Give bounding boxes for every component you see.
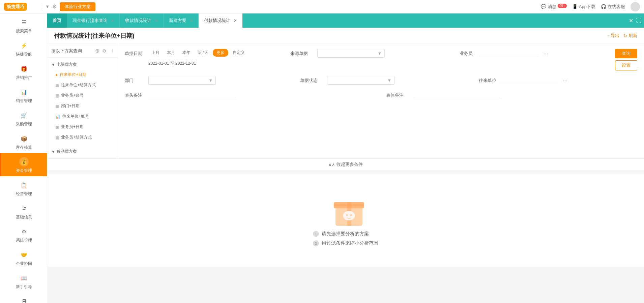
filter-panel: 按以下方案查询 ⊕ ⚙ 《 ▼ 电脑端方案 ● 往来单位+日期 ▦ 往来单位+结… [47,44,644,158]
collapse-more-button[interactable]: ∧∧ 收起更多条件 [47,158,644,170]
hint-text-2: 用过滤条件来缩小分析范围 [322,240,378,246]
sidebar-item-cooperation[interactable]: 🤝 企业协同 [0,246,47,269]
top-bar-right: 💬 消息 99+ 📱 App下载 🎧 在线客服 [541,2,640,11]
related-unit-content: … [499,76,637,83]
scheme-item-icon-0-4: 📊 [55,114,60,119]
nav-tab-4[interactable]: 付款情况统计✕ [199,13,242,28]
tab-close-1[interactable]: ✕ [111,19,114,23]
download-icon: 📱 [572,4,578,9]
related-unit-input[interactable] [499,76,558,83]
sidebar-label-quick-nav: 快捷导航 [16,52,32,57]
date-btn-more[interactable]: 更多 [213,49,228,57]
section-arrow-1: ▼ [51,149,55,154]
sidebar-item-sales[interactable]: 📊 销售管理 [0,83,47,107]
online-service-item[interactable]: 🎧 在线客服 [601,4,625,10]
sidebar-item-search[interactable]: ☰ 搜索菜单 [0,13,47,37]
scheme-section-title-0[interactable]: ▼ 电脑端方案 [47,60,118,69]
section-divider [47,170,644,173]
department-select[interactable]: ▼ [148,76,216,85]
svg-point-4 [343,211,355,220]
messages-item[interactable]: 💬 消息 99+ [541,4,567,10]
scheme-item-0-2[interactable]: ▦ 业务员+账号 [47,90,118,101]
date-btn-this-year[interactable]: 本年 [179,49,194,57]
salesperson-input[interactable] [480,49,539,56]
operations-icon: 📋 [19,180,29,190]
marketing-icon: 🎁 [19,64,29,73]
empty-hint-1: 1 请先选择要分析的方案 [313,231,378,237]
sidebar-item-hardware[interactable]: 🖥 智能硬件 [0,293,47,303]
scheme-item-icon-0-2: ▦ [55,93,59,98]
scheme-item-label-0-3: 部门+日期 [61,103,80,109]
sidebar-label-operations: 经营管理 [16,191,32,197]
sidebar-item-inventory[interactable]: 📦 库存核算 [0,130,47,153]
sidebar-item-guide[interactable]: 📖 新手引导 [0,269,47,293]
source-bill-select[interactable]: ▼ [317,49,385,58]
tab-close-2[interactable]: ✕ [155,19,158,23]
scheme-settings-icon[interactable]: ⚙ [102,48,107,54]
related-unit-dots[interactable]: … [562,77,568,83]
scheme-item-0-6[interactable]: ▦ 业务员+结算方式 [47,132,118,143]
scheme-header-icons: ⊕ ⚙ 《 [95,48,114,54]
table-body-note-input[interactable] [413,91,501,98]
date-btn-this-month[interactable]: 本月 [164,49,178,57]
bill-status-content: ▼ [327,76,465,85]
source-bill-arrow: ▼ [377,51,382,56]
main-content: 首页现金银行流水查询✕收款情况统计✕新建方案✕付款情况统计✕ ✕ ⛶ 付款情况统… [47,13,644,303]
scheme-item-label-0-1: 往来单位+结算方式 [61,82,96,88]
sidebar-label-inventory: 库存核算 [16,145,32,150]
tab-close-3[interactable]: ✕ [190,19,193,23]
bill-status-label: 单据状态 [300,76,327,85]
salesperson-dots[interactable]: … [543,50,549,56]
settings-button[interactable]: 设置 [615,60,637,70]
date-btn-custom[interactable]: 自定义 [230,49,248,57]
nav-tab-3[interactable]: 新建方案✕ [164,13,199,28]
sidebar-item-basic[interactable]: 🗂 基础信息 [0,200,47,223]
scheme-item-0-3[interactable]: ▦ 部门+日期 [47,101,118,111]
basic-icon: 🗂 [19,204,29,213]
scheme-header: 按以下方案查询 ⊕ ⚙ 《 [47,44,118,58]
app-download-item[interactable]: 📱 App下载 [572,4,595,10]
sidebar-item-operations[interactable]: 📋 经营管理 [0,176,47,200]
page-header: 付款情况统计(往来单位+日期) ↑ 导出 ↻ 刷新 [47,28,644,44]
scheme-item-0-1[interactable]: ▦ 往来单位+结算方式 [47,80,118,90]
refresh-button[interactable]: ↻ 刷新 [623,33,637,39]
scheme-item-0-5[interactable]: ▦ 业务员+日期 [47,122,118,132]
dropdown-arrow[interactable]: ▼ [45,4,50,9]
add-scheme-icon[interactable]: ⊕ [95,48,99,54]
table-body-note-content [413,91,637,98]
date-quick-btns: 上月 本月 本年 近7天 更多 自定义 [148,49,248,57]
scheme-collapse-icon[interactable]: 《 [109,48,114,54]
tab-close-4[interactable]: ✕ [234,19,237,23]
nav-tab-0[interactable]: 首页 [47,13,67,28]
hint-text-1: 请先选择要分析的方案 [322,231,369,237]
table-header-note-input[interactable] [148,91,236,98]
app-download-label: App下载 [579,4,595,10]
nav-tab-2[interactable]: 收款情况统计✕ [120,13,164,28]
sidebar-item-capital[interactable]: 💰 资金管理 [0,153,47,176]
date-btn-last-month[interactable]: 上月 [148,49,163,57]
trial-button[interactable]: 体验行业方案 [60,2,95,11]
empty-illustration [329,194,362,224]
nav-tabs-bar: 首页现金银行流水查询✕收款情况统计✕新建方案✕付款情况统计✕ ✕ ⛶ [47,13,644,28]
sidebar-item-quick-nav[interactable]: ⚡ 快捷导航 [0,37,47,60]
system-icon: ⚙ [19,227,29,236]
close-window-icon[interactable]: ✕ [629,18,633,24]
top-bar: 畅捷通巧 标准版 | ▼ ⚙ 体验行业方案 💬 消息 99+ 📱 App下载 🎧… [0,0,644,13]
date-btn-7days[interactable]: 近7天 [195,49,211,57]
sidebar-item-system[interactable]: ⚙ 系统管理 [0,223,47,246]
search-icon: ☰ [19,18,29,27]
logo-text: 畅捷通巧 [7,4,24,10]
user-avatar[interactable] [631,2,640,11]
settings-icon[interactable]: ⚙ [52,3,57,10]
scheme-item-0-0[interactable]: ● 往来单位+日期 [47,69,118,80]
sidebar-item-marketing[interactable]: 🎁 营销推广 [0,60,47,83]
sidebar-item-purchase[interactable]: 🛒 采购管理 [0,107,47,130]
nav-tab-1[interactable]: 现金银行流水查询✕ [67,13,120,28]
scheme-item-0-4[interactable]: 📊 往来单位+账号 [47,111,118,122]
query-button[interactable]: 查询 [615,49,637,58]
scheme-section-title-1[interactable]: ▼ 移动端方案 [47,147,118,156]
export-icon: ↑ [607,33,610,38]
export-button[interactable]: ↑ 导出 [607,33,620,39]
maximize-icon[interactable]: ⛶ [636,18,641,24]
bill-status-select[interactable]: ▼ [327,76,394,85]
